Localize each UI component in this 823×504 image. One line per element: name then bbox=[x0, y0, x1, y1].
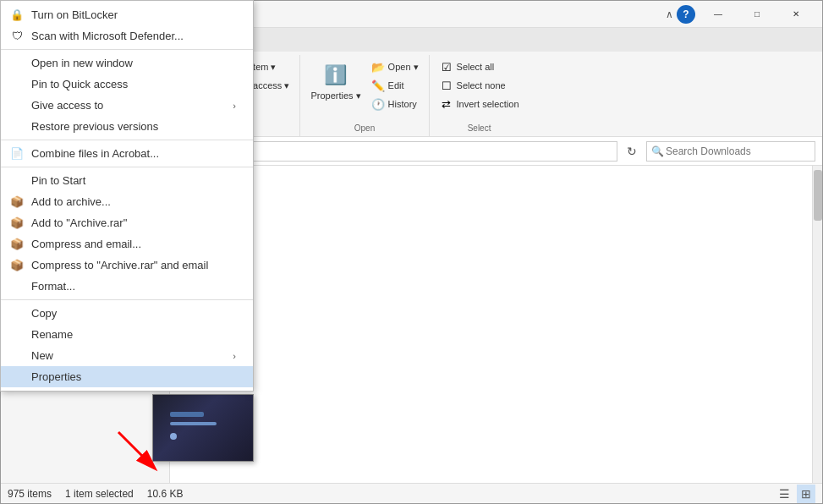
vertical-scrollbar[interactable] bbox=[812, 166, 822, 483]
thumb-bar-2 bbox=[170, 422, 217, 425]
selection-info: 1 item selected bbox=[65, 488, 134, 500]
open-group-label: Open bbox=[354, 122, 375, 136]
ctx-copy[interactable]: Copy bbox=[1, 303, 253, 324]
ribbon-group-open: ℹ️ Properties ▾ 📂 Open ▾ ✏️ Edit bbox=[300, 55, 429, 136]
ctx-properties-label: Properties bbox=[31, 370, 81, 383]
ctx-format-label: Format... bbox=[31, 280, 75, 293]
ctx-sep-2 bbox=[1, 140, 253, 140]
details-view-button[interactable]: ☰ bbox=[775, 485, 793, 503]
ribbon-collapse[interactable]: ∧ bbox=[666, 8, 673, 20]
ctx-pin-start-label: Pin to Start bbox=[31, 174, 85, 187]
edit-button[interactable]: ✏️ Edit bbox=[368, 77, 422, 94]
search-input[interactable] bbox=[646, 141, 815, 162]
select-all-button[interactable]: ☑ Select all bbox=[436, 58, 523, 75]
ctx-open-new-window-label: Open in new window bbox=[31, 57, 133, 69]
ctx-new-label: New bbox=[31, 349, 53, 362]
ctx-compress-rar-email-label: Compress to "Archive.rar" and email bbox=[31, 259, 208, 271]
defender-icon: 🛡 bbox=[9, 29, 25, 44]
ctx-sep-4 bbox=[1, 299, 253, 300]
ctx-restore-versions-label: Restore previous versions bbox=[31, 120, 158, 133]
context-menu: 🔒 Turn on BitLocker 🛡 Scan with Microsof… bbox=[0, 0, 254, 392]
select-all-label: Select all bbox=[457, 62, 495, 72]
ctx-open-new-window[interactable]: Open in new window bbox=[1, 52, 253, 74]
titlebar-controls: — □ ✕ bbox=[699, 1, 815, 28]
select-none-icon: ☐ bbox=[440, 79, 453, 92]
ctx-add-archive-rar-label: Add to "Archive.rar" bbox=[31, 216, 127, 229]
ctx-rename-label: Rename bbox=[31, 328, 73, 341]
thumb-bar-1 bbox=[170, 412, 204, 417]
close-button[interactable]: ✕ bbox=[776, 1, 815, 28]
search-wrapper: 🔍 bbox=[646, 141, 815, 162]
ctx-defender-label: Scan with Microsoft Defender... bbox=[31, 30, 184, 42]
refresh-button[interactable]: ↻ bbox=[621, 140, 643, 162]
thumb-dot bbox=[170, 433, 177, 440]
ctx-defender[interactable]: 🛡 Scan with Microsoft Defender... bbox=[1, 25, 253, 47]
archive-icon-2: 📦 bbox=[9, 216, 25, 231]
acrobat-icon: 📄 bbox=[9, 146, 25, 162]
ribbon-group-select: ☑ Select all ☐ Select none ⇄ Invert sele… bbox=[430, 55, 529, 136]
invert-selection-label: Invert selection bbox=[457, 99, 519, 109]
ctx-bitlocker[interactable]: 🔒 Turn on BitLocker bbox=[1, 4, 253, 25]
invert-selection-button[interactable]: ⇄ Invert selection bbox=[436, 96, 523, 112]
ctx-restore-versions[interactable]: Restore previous versions bbox=[1, 116, 253, 137]
edit-icon: ✏️ bbox=[371, 79, 385, 92]
archive-icon-1: 📦 bbox=[9, 194, 25, 210]
view-controls: ☰ ⊞ bbox=[775, 485, 815, 503]
bitlocker-icon: 🔒 bbox=[9, 8, 25, 23]
ctx-properties[interactable]: Properties bbox=[1, 366, 253, 387]
history-button[interactable]: 🕐 History bbox=[368, 96, 422, 112]
ctx-give-access-label: Give access to bbox=[31, 99, 103, 112]
help-button[interactable]: ? bbox=[677, 5, 695, 24]
thumbnail-inner bbox=[153, 395, 253, 461]
ctx-add-archive-rar[interactable]: 📦 Add to "Archive.rar" bbox=[1, 212, 253, 233]
open-small-buttons: 📂 Open ▾ ✏️ Edit 🕐 History bbox=[368, 58, 422, 112]
ctx-rename[interactable]: Rename bbox=[1, 324, 253, 345]
ctx-new-arrow: › bbox=[233, 351, 236, 361]
minimize-button[interactable]: — bbox=[699, 1, 738, 28]
ctx-add-archive-label: Add to archive... bbox=[31, 195, 111, 208]
statusbar: 975 items 1 item selected 10.6 KB ☰ ⊞ bbox=[1, 483, 822, 503]
item-count: 975 items bbox=[8, 488, 52, 500]
ctx-combine-acrobat-label: Combine files in Acrobat... bbox=[31, 147, 159, 160]
history-label: History bbox=[388, 99, 417, 109]
edit-label: Edit bbox=[388, 80, 404, 90]
ctx-format[interactable]: Format... bbox=[1, 276, 253, 297]
ctx-give-access-arrow: › bbox=[233, 101, 236, 111]
archive-icon-4: 📦 bbox=[9, 258, 25, 273]
ctx-compress-email-label: Compress and email... bbox=[31, 238, 141, 250]
ctx-sep-1 bbox=[1, 49, 253, 50]
scrollbar-thumb[interactable] bbox=[814, 170, 822, 221]
select-all-icon: ☑ bbox=[440, 60, 453, 74]
tiles-view-button[interactable]: ⊞ bbox=[797, 485, 815, 503]
open-button[interactable]: 📂 Open ▾ bbox=[368, 58, 422, 75]
ctx-pin-quick[interactable]: Pin to Quick access bbox=[1, 74, 253, 95]
archive-icon-3: 📦 bbox=[9, 237, 25, 252]
maximize-button[interactable]: □ bbox=[738, 1, 776, 28]
thumbnail-preview bbox=[152, 394, 254, 462]
file-content-area bbox=[170, 166, 812, 483]
empty-content bbox=[170, 166, 812, 483]
ctx-bitlocker-label: Turn on BitLocker bbox=[31, 8, 118, 21]
invert-selection-icon: ⇄ bbox=[440, 97, 453, 111]
ctx-give-access[interactable]: Give access to › bbox=[1, 95, 253, 116]
ctx-pin-start[interactable]: Pin to Start bbox=[1, 170, 253, 191]
ctx-sep-3 bbox=[1, 167, 253, 167]
select-none-label: Select none bbox=[457, 80, 506, 90]
ctx-pin-quick-label: Pin to Quick access bbox=[31, 78, 128, 90]
open-label: Open ▾ bbox=[388, 62, 419, 73]
file-size: 10.6 KB bbox=[147, 488, 184, 500]
properties-button[interactable]: ℹ️ Properties ▾ bbox=[307, 58, 364, 105]
ctx-compress-email[interactable]: 📦 Compress and email... bbox=[1, 233, 253, 255]
history-icon: 🕐 bbox=[371, 97, 385, 111]
ctx-add-archive[interactable]: 📦 Add to archive... bbox=[1, 191, 253, 212]
ctx-copy-label: Copy bbox=[31, 307, 57, 320]
properties-label: Properties ▾ bbox=[310, 90, 360, 101]
select-small-buttons: ☑ Select all ☐ Select none ⇄ Invert sele… bbox=[436, 58, 523, 112]
ctx-new[interactable]: New › bbox=[1, 345, 253, 366]
ctx-combine-acrobat[interactable]: 📄 Combine files in Acrobat... bbox=[1, 143, 253, 164]
select-buttons: ☑ Select all ☐ Select none ⇄ Invert sele… bbox=[436, 55, 523, 122]
ctx-compress-rar-email[interactable]: 📦 Compress to "Archive.rar" and email bbox=[1, 255, 253, 276]
select-group-label: Select bbox=[468, 122, 491, 136]
properties-icon: ℹ️ bbox=[322, 62, 349, 89]
select-none-button[interactable]: ☐ Select none bbox=[436, 77, 523, 94]
